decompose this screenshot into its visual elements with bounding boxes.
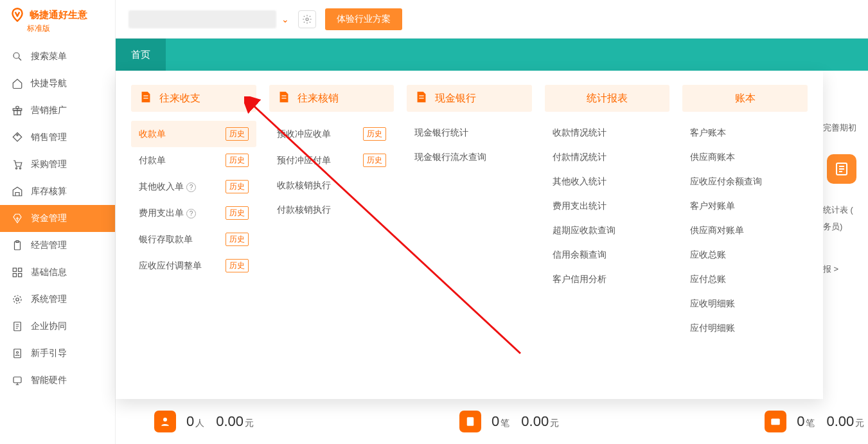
stat-values: 0笔 0.00元 <box>797 413 864 430</box>
mega-menu-item[interactable]: 超期应收款查询 <box>545 218 670 243</box>
tag-icon <box>12 132 23 143</box>
sidebar-item-label: 销售管理 <box>31 132 67 143</box>
brand-name: 畅捷通好生意 <box>30 9 87 21</box>
mega-menu-item[interactable]: 供应商对账单 <box>682 218 808 243</box>
mega-item-label: 银行存取款单 <box>139 234 193 245</box>
mega-item-label: 供应商对账单 <box>690 225 744 236</box>
sidebar-item-label: 基础信息 <box>31 267 67 278</box>
mega-menu-item[interactable]: 收款核销执行 <box>269 173 394 198</box>
mega-menu-item[interactable]: 付款核销执行 <box>269 198 394 222</box>
history-tag[interactable]: 历史 <box>226 154 249 167</box>
grid-icon <box>12 267 23 278</box>
sidebar-item-cart[interactable]: 采购管理 <box>0 151 115 178</box>
sidebar-item-label: 营销推广 <box>31 105 67 116</box>
mega-menu-item[interactable]: 银行存取款单历史 <box>131 226 256 253</box>
mega-menu-item[interactable]: 应收总账 <box>682 243 808 267</box>
stat-card: 0笔 0.00元 <box>765 411 864 432</box>
stat-count-unit: 人 <box>195 418 204 428</box>
mega-menu-item[interactable]: 应付明细账 <box>682 316 808 341</box>
history-tag[interactable]: 历史 <box>363 127 386 141</box>
brand-logo: 畅捷通好生意 <box>0 0 115 23</box>
stat-count: 0 <box>492 413 499 429</box>
stat-card: 0人 0.00元 <box>154 411 254 432</box>
sidebar-item-device[interactable]: 智能硬件 <box>0 367 115 394</box>
quick-action-icon[interactable] <box>827 154 856 184</box>
sidebar-item-warehouse[interactable]: 库存核算 <box>0 178 115 205</box>
mega-menu-item[interactable]: 应收应付调整单历史 <box>131 253 256 279</box>
sidebar-item-label: 快捷导航 <box>31 78 67 89</box>
mega-menu-item[interactable]: 供应商账本 <box>682 145 808 170</box>
sidebar-item-label: 智能硬件 <box>31 375 67 386</box>
mega-menu-item[interactable]: 其他收入统计 <box>545 170 670 194</box>
sidebar-item-tag[interactable]: 销售管理 <box>0 124 115 151</box>
mega-item-label: 预收冲应收单 <box>277 129 331 140</box>
topbar: ⌄ 体验行业方案 <box>116 0 868 39</box>
sidebar-item-gift[interactable]: 营销推广 <box>0 97 115 124</box>
history-tag[interactable]: 历史 <box>226 259 249 272</box>
main-area: ⌄ 体验行业方案 首页 往来收支收款单历史付款单历史其他收入单?历史费用支出单?… <box>116 0 868 444</box>
sidebar-item-grid[interactable]: 基础信息 <box>0 259 115 286</box>
mega-menu-item[interactable]: 客户对账单 <box>682 194 808 218</box>
sidebar-item-gear[interactable]: 系统管理 <box>0 286 115 313</box>
funds-mega-menu: 往来收支收款单历史付款单历史其他收入单?历史费用支出单?历史银行存取款单历史应收… <box>116 71 823 399</box>
mega-menu-item[interactable]: 费用支出单?历史 <box>131 200 256 226</box>
mega-item-label: 付款情况统计 <box>553 152 607 163</box>
mega-menu-item[interactable]: 收款单历史 <box>131 121 256 147</box>
mega-menu-item[interactable]: 收款情况统计 <box>545 121 670 145</box>
mega-column: 往来收支收款单历史付款单历史其他收入单?历史费用支出单?历史银行存取款单历史应收… <box>131 85 256 385</box>
mega-menu-item[interactable]: 应收明细账 <box>682 292 808 316</box>
mega-item-label: 超期应收款查询 <box>553 225 616 236</box>
sidebar-item-home[interactable]: 快捷导航 <box>0 70 115 97</box>
history-tag[interactable]: 历史 <box>226 127 249 141</box>
svg-point-0 <box>13 53 19 58</box>
org-selector[interactable]: ⌄ <box>128 10 289 28</box>
sidebar-nav: 搜索菜单快捷导航营销推广销售管理采购管理库存核算资金管理经营管理基础信息系统管理… <box>0 40 115 394</box>
svg-point-13 <box>16 298 19 301</box>
mega-menu-item[interactable]: 客户信用分析 <box>545 267 670 292</box>
mega-item-label: 预付冲应付单 <box>277 155 331 166</box>
mega-menu-item[interactable]: 预收冲应收单历史 <box>269 121 394 147</box>
sidebar-item-label: 资金管理 <box>31 213 67 224</box>
settings-button[interactable] <box>298 10 316 28</box>
sidebar-item-book[interactable]: 新手引导 <box>0 340 115 367</box>
stat-amount: 0.00 <box>216 413 244 429</box>
home-icon <box>12 78 23 89</box>
mega-menu-item[interactable]: 费用支出统计 <box>545 194 670 218</box>
mega-item-label: 费用支出单? <box>139 208 196 219</box>
sidebar-item-clipboard[interactable]: 经营管理 <box>0 232 115 259</box>
history-tag[interactable]: 历史 <box>363 154 386 167</box>
mega-menu-item[interactable]: 应付总账 <box>682 267 808 292</box>
mega-menu-item[interactable]: 现金银行流水查询 <box>407 145 532 170</box>
stat-count: 0 <box>797 413 804 429</box>
stat-values: 0笔 0.00元 <box>492 413 559 430</box>
mega-menu-item[interactable]: 客户账本 <box>682 121 808 145</box>
history-tag[interactable]: 历史 <box>226 206 249 220</box>
svg-point-12 <box>13 296 21 303</box>
history-tag[interactable]: 历史 <box>226 180 249 193</box>
mega-item-label: 应收应付调整单 <box>139 260 202 272</box>
mega-menu-item[interactable]: 现金银行统计 <box>407 121 532 145</box>
mega-item-label: 现金银行流水查询 <box>414 152 486 163</box>
help-icon[interactable]: ? <box>186 209 196 218</box>
mega-menu-item[interactable]: 其他收入单?历史 <box>131 173 256 200</box>
gear-icon <box>302 14 312 24</box>
mega-menu-item[interactable]: 付款单历史 <box>131 147 256 173</box>
mega-menu-item[interactable]: 付款情况统计 <box>545 145 670 170</box>
sidebar-item-doc[interactable]: 企业协同 <box>0 313 115 340</box>
document-icon <box>414 90 429 107</box>
mega-menu-item[interactable]: 应收应付余额查询 <box>682 170 808 194</box>
brand-mark-icon <box>9 6 26 23</box>
help-icon[interactable]: ? <box>186 182 196 192</box>
tab-home[interactable]: 首页 <box>116 39 166 71</box>
mega-menu-item[interactable]: 信用余额查询 <box>545 243 670 267</box>
sidebar-item-money[interactable]: 资金管理 <box>0 205 115 232</box>
svg-point-24 <box>777 421 779 422</box>
mega-item-label: 付款单 <box>139 155 166 166</box>
cta-button[interactable]: 体验行业方案 <box>325 8 402 30</box>
mega-column-title: 往来核销 <box>297 92 339 105</box>
sidebar-item-search[interactable]: 搜索菜单 <box>0 43 115 70</box>
stat-count: 0 <box>186 413 194 429</box>
history-tag[interactable]: 历史 <box>226 233 249 246</box>
mega-menu-item[interactable]: 预付冲应付单历史 <box>269 147 394 173</box>
stat-amount-unit: 元 <box>550 418 559 428</box>
